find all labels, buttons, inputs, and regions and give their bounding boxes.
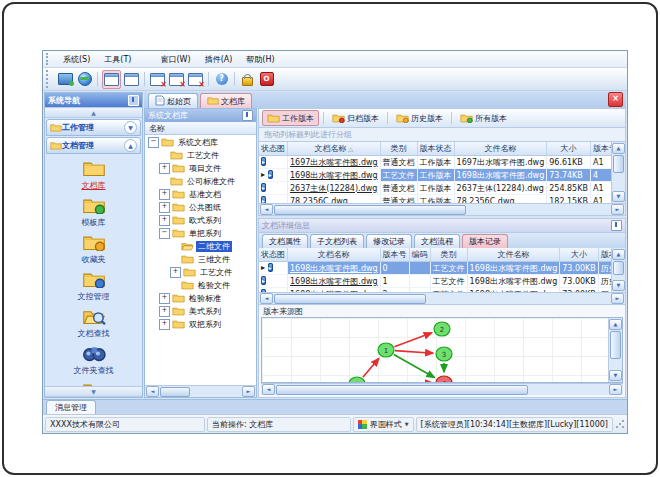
tree-node-公司标准文件[interactable]: 公司标准文件 [145, 175, 256, 188]
menu-item[interactable]: 窗口(W) [153, 53, 197, 66]
tree-column-header[interactable]: 名称 [145, 122, 256, 135]
scroll-left-icon[interactable]: ◄ [260, 293, 273, 304]
sidebar-item-文档查找[interactable]: 文档查找 [78, 306, 110, 339]
tree-node-单把系列[interactable]: −单把系列 [145, 227, 256, 240]
scroll-up-icon[interactable]: ▲ [612, 249, 625, 260]
column-header-大小[interactable]: 大小 [547, 142, 591, 156]
sidebar-scroll-down[interactable]: ▼ [45, 386, 142, 397]
column-header-版本状态[interactable]: 版本状态 [417, 142, 454, 156]
expand-icon[interactable]: + [159, 293, 170, 304]
scroll-thumb[interactable] [160, 387, 190, 397]
scroll-thumb[interactable] [610, 331, 621, 359]
group-by-bar[interactable]: 拖动列标题到此进行分组 [258, 128, 626, 142]
table-row[interactable]: ▸ ▸1698出水嘴零件图.dwg0工艺文件1698出水嘴零件图.dwg73.0… [259, 262, 611, 275]
expand-icon[interactable]: + [159, 202, 170, 213]
tree-node-美式系列[interactable]: +美式系列 [145, 305, 256, 318]
pin-icon[interactable] [611, 220, 622, 231]
column-header-文件名称[interactable]: 文件名称 [467, 248, 560, 262]
tab-文档库[interactable]: 文档库 [200, 93, 252, 108]
sidebar-item-文件夹查找[interactable]: 文件夹查找 [74, 343, 114, 376]
close-window-icon-1[interactable] [149, 71, 166, 88]
pin-icon[interactable] [242, 110, 253, 121]
versions-hscrollbar[interactable]: ◄ ► [258, 293, 626, 305]
tree-node-项目文件[interactable]: +项目文件 [145, 162, 256, 175]
scroll-left-icon[interactable]: ◄ [262, 384, 275, 395]
graph-vscrollbar[interactable]: ▲ ▼ [608, 318, 622, 382]
sidebar-group-文档管理[interactable]: 文档管理▲ [46, 137, 141, 154]
scroll-up-icon[interactable]: ▲ [612, 143, 625, 154]
window-list-icon[interactable] [123, 71, 140, 88]
details-tab-文档流程[interactable]: 文档流程 [414, 234, 460, 248]
tree-hscrollbar[interactable]: ◄ ► [145, 385, 256, 397]
version-graph[interactable]: 01234 [262, 318, 608, 382]
scroll-left-icon[interactable]: ◄ [260, 204, 273, 215]
tree-node-基准文档[interactable]: +基准文档 [145, 188, 256, 201]
tree-node-检验标准[interactable]: +检验标准 [145, 292, 256, 305]
tree-node-二维文件[interactable]: 二维文件 [145, 240, 256, 253]
column-header-版本号[interactable]: 版本号 [590, 142, 611, 156]
column-header-状态图[interactable]: 状态图 [259, 248, 288, 262]
scroll-up-icon[interactable]: ▲ [609, 319, 622, 330]
column-header-大小[interactable]: 大小 [560, 248, 599, 262]
menubar-drag-handle[interactable] [46, 53, 53, 66]
tree-node-检验文件[interactable]: 检验文件 [145, 279, 256, 292]
table-row[interactable]: ▸2637主体(12284).dwg普通文档工作版本2637主体(12284).… [259, 182, 611, 195]
close-window-icon-2[interactable] [168, 71, 185, 88]
chevron-up-icon[interactable]: ▲ [124, 139, 137, 152]
column-header-文件名称[interactable]: 文件名称 [454, 142, 547, 156]
chevron-down-icon[interactable]: ▼ [124, 121, 137, 134]
menu-item[interactable]: 工具(T) [97, 53, 138, 66]
tree-node-系统文档库[interactable]: −系统文档库 [145, 136, 256, 149]
sidebar-item-文档库[interactable]: 文档库 [82, 158, 106, 191]
column-header-文档名称[interactable]: 文档名称 △ [288, 142, 381, 156]
versions-vscrollbar[interactable]: ▲ ▼ [611, 248, 625, 292]
button-历史版本[interactable]: 历史版本 [392, 111, 447, 125]
scroll-down-icon[interactable]: ▼ [609, 370, 622, 381]
scroll-right-icon[interactable]: ► [609, 384, 622, 395]
table-row[interactable]: ▸1697出水嘴零件图.dwg普通文档工作版本1697出水嘴零件图.dwg96.… [259, 156, 611, 169]
scroll-thumb[interactable] [274, 205, 466, 215]
web-icon[interactable] [76, 71, 93, 88]
tree-node-欧式系列[interactable]: +欧式系列 [145, 214, 256, 227]
expand-icon[interactable]: + [159, 306, 170, 317]
graph-hscrollbar[interactable]: ◄ ► [261, 383, 623, 395]
desktop-icon[interactable] [57, 71, 74, 88]
expand-icon[interactable]: + [159, 189, 170, 200]
scroll-right-icon[interactable]: ► [242, 386, 255, 397]
column-header-文档名称[interactable]: 文档名称 [288, 248, 381, 262]
details-tab-子文档列表[interactable]: 子文档列表 [310, 234, 364, 248]
menu-item[interactable]: 帮助(H) [239, 53, 281, 66]
menu-item[interactable]: 插件(A) [198, 53, 240, 66]
pin-icon[interactable] [128, 95, 139, 106]
column-header-状态图[interactable]: 状态图 [259, 142, 288, 156]
scroll-right-icon[interactable]: ► [611, 293, 624, 304]
button-工作版本[interactable]: 工作版本 [262, 110, 319, 126]
expand-icon[interactable]: + [159, 163, 170, 174]
tab-起始页[interactable]: 起始页 [148, 93, 198, 108]
tree-node-工艺文件[interactable]: 工艺文件 [145, 149, 256, 162]
documents-hscrollbar[interactable]: ◄ ► [258, 204, 626, 216]
collapse-icon[interactable]: − [148, 137, 159, 148]
scroll-thumb[interactable] [613, 261, 624, 275]
scroll-right-icon[interactable]: ► [611, 204, 624, 215]
expand-icon[interactable]: + [170, 267, 181, 278]
tree-node-工艺文件[interactable]: +工艺文件 [145, 266, 256, 279]
collapse-icon[interactable]: − [159, 228, 170, 239]
table-row[interactable]: ▸ ▸1698出水嘴零件图.dwg工艺文件工作版本1698出水嘴零件图.dwg7… [259, 169, 611, 182]
expand-icon[interactable]: + [159, 319, 170, 330]
sidebar-item-模板库[interactable]: 模板库 [82, 195, 106, 228]
exit-icon[interactable]: O [258, 71, 275, 88]
tree-node-三维文件[interactable]: 三维文件 [145, 253, 256, 266]
resize-grip[interactable] [615, 419, 625, 429]
details-tab-版本记录[interactable]: 版本记录 [462, 234, 508, 248]
documents-vscrollbar[interactable]: ▲ ▼ [611, 142, 625, 203]
scroll-left-icon[interactable]: ◄ [146, 386, 159, 397]
scroll-thumb[interactable] [276, 385, 528, 395]
help-icon[interactable]: ? [213, 71, 230, 88]
scroll-thumb[interactable] [613, 155, 624, 173]
table-row[interactable]: ▸1698出水嘴零件图.dwg2工艺文件1698出水嘴零件图.dwg73.00K… [259, 288, 611, 293]
expand-icon[interactable]: + [159, 215, 170, 226]
sidebar-group-工作管理[interactable]: 工作管理▼ [46, 119, 141, 136]
table-row[interactable]: ▸78 2356C.dwg普通文档工作版本78 2356C.dwg182.15K… [259, 195, 611, 204]
column-header-编码[interactable]: 编码 [409, 248, 430, 262]
